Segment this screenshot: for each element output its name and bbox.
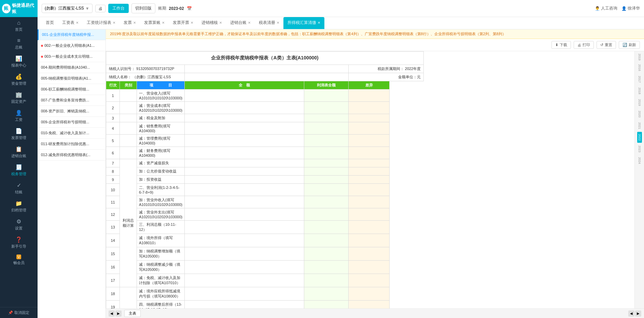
timeline-year-2021[interactable]: 2021 (637, 120, 642, 131)
timeline-year-2019[interactable]: 2019 (637, 97, 642, 108)
row-diff-12[interactable] (349, 221, 390, 234)
row-profit-16[interactable] (304, 274, 349, 287)
sidebar-item-settings[interactable]: ⚙ 设置 (0, 216, 38, 234)
row-amount-18[interactable] (185, 301, 304, 309)
row-amount-3[interactable] (185, 122, 304, 135)
row-profit-8[interactable] (304, 176, 349, 184)
row-diff-5[interactable] (349, 147, 390, 159)
row-amount-11[interactable] (185, 208, 304, 221)
tab-tax-clear-close[interactable]: ✕ (277, 21, 279, 25)
row-diff-18[interactable] (349, 301, 390, 309)
switch-version-button[interactable]: 切到旧版 (131, 3, 155, 13)
row-profit-12[interactable] (304, 221, 349, 234)
row-amount-17[interactable] (185, 287, 304, 301)
reset-button[interactable]: ↺ 重置 (597, 41, 616, 49)
print-button[interactable]: 🖨 打印 (574, 41, 594, 49)
left-item-012[interactable]: 012-减免所得税优惠明细表(... (38, 150, 106, 161)
tab-sales-ledger[interactable]: 进销台账 ✕ (226, 17, 255, 29)
tab-invoice-open[interactable]: 发票开票 ✕ (169, 17, 197, 29)
row-amount-9[interactable] (185, 184, 304, 196)
timeline-year-2017[interactable]: 2017 (637, 74, 642, 85)
left-item-005[interactable]: 005-纳税调整项目明细表(A1... (38, 73, 106, 84)
tab-salary[interactable]: 工资表 ✕ (58, 17, 83, 29)
timeline-year-2024[interactable]: 2024 (637, 155, 642, 166)
left-item-004[interactable]: 004-期间费用明细表(A1040... (38, 62, 106, 73)
download-button[interactable]: ⬇ 下载 (551, 41, 571, 49)
print-icon-btn[interactable]: 🖨 (95, 5, 106, 12)
left-item-001[interactable]: 001-企业所得税年度纳税申报... (38, 29, 106, 40)
left-item-006[interactable]: 006-职工薪酬纳税调整明细... (38, 84, 106, 95)
row-diff-0[interactable] (349, 89, 390, 102)
sidebar-item-close[interactable]: ✓ 结账 (0, 179, 38, 197)
sidebar-item-home[interactable]: ⌂ 首页 (0, 17, 38, 35)
row-amount-7[interactable] (185, 167, 304, 176)
row-profit-13[interactable] (304, 234, 349, 247)
sidebar-item-fund[interactable]: 💰 资金管理 (0, 71, 38, 89)
tab-nav-left[interactable]: ◀ (109, 310, 115, 317)
sidebar-item-asset[interactable]: 🏢 固定资产 (0, 89, 38, 107)
left-item-008[interactable]: 008-资产折旧、摊销及纳税... (38, 106, 106, 117)
sidebar-item-report[interactable]: 📊 报表中心 (0, 53, 38, 71)
sidebar-item-tax[interactable]: 🧾 税务管理 (0, 161, 38, 179)
row-profit-9[interactable] (304, 184, 349, 196)
sidebar-item-invoice[interactable]: 📄 发票管理 (0, 125, 38, 143)
scroll-left[interactable]: ◀ (628, 310, 634, 317)
row-amount-15[interactable] (185, 261, 304, 274)
timeline-year-2019-top[interactable]: 2019 (637, 53, 642, 61)
row-diff-10[interactable] (349, 196, 390, 208)
row-amount-0[interactable] (185, 89, 304, 102)
row-diff-7[interactable] (349, 167, 390, 176)
ai-consult-btn[interactable]: 👨‍💼人工咨询 (595, 5, 617, 11)
tab-home[interactable]: 首页 (42, 17, 58, 29)
row-amount-6[interactable] (185, 159, 304, 167)
sidebar-item-salary[interactable]: 👤 工资 (0, 107, 38, 125)
row-profit-1[interactable] (304, 102, 349, 114)
timeline-year-2020[interactable]: 2020 (637, 109, 642, 120)
company-selector[interactable]: (勿删）江西服宝-LSS ▼ (42, 4, 93, 13)
tab-salary-stat-close[interactable]: ✕ (113, 21, 115, 25)
sidebar-item-member[interactable]: V 畅会员 (0, 252, 38, 268)
row-amount-16[interactable] (185, 274, 304, 287)
row-diff-17[interactable] (349, 287, 390, 301)
timeline-year-2018[interactable]: 2018 (637, 85, 642, 96)
row-amount-2[interactable] (185, 114, 304, 122)
timeline-year-2023[interactable]: 2023 (637, 143, 642, 154)
tab-sales-ledger-close[interactable]: ✕ (248, 21, 251, 25)
row-profit-0[interactable] (304, 89, 349, 102)
row-diff-11[interactable] (349, 208, 390, 221)
row-amount-13[interactable] (185, 234, 304, 247)
tab-invoice-calc[interactable]: 发票算账 ✕ (140, 17, 169, 29)
row-diff-15[interactable] (349, 261, 390, 274)
row-amount-4[interactable] (185, 135, 304, 147)
row-amount-1[interactable] (185, 102, 304, 114)
tab-income-tax[interactable]: 所得税汇算清缴 ✕ (283, 17, 324, 29)
row-profit-4[interactable] (304, 135, 349, 147)
tab-sales-check-close[interactable]: ✕ (219, 21, 222, 25)
row-diff-2[interactable] (349, 114, 390, 122)
left-item-003[interactable]: 003-一般企业成本支出明细... (38, 51, 106, 62)
tab-tax-clear[interactable]: 税表清册 ✕ (255, 17, 283, 29)
row-diff-3[interactable] (349, 122, 390, 135)
refresh-button[interactable]: 🔄 刷新 (619, 41, 640, 49)
tab-sales-check[interactable]: 进销稽核 ✕ (197, 17, 226, 29)
row-diff-8[interactable] (349, 176, 390, 184)
sidebar-item-archive[interactable]: 📁 归档管理 (0, 197, 38, 216)
row-profit-5[interactable] (304, 147, 349, 159)
row-diff-9[interactable] (349, 184, 390, 196)
left-item-002[interactable]: 002-一般企业收入明细表(A1... (38, 40, 106, 51)
left-item-009[interactable]: 009-企业所得税补亏损明细... (38, 117, 106, 128)
row-profit-2[interactable] (304, 114, 349, 122)
row-profit-3[interactable] (304, 122, 349, 135)
timeline-year-2016[interactable]: 2016 (637, 62, 642, 73)
row-diff-1[interactable] (349, 102, 390, 114)
left-item-010[interactable]: 010-免税、减计收入及加计... (38, 128, 106, 139)
tab-income-tax-close[interactable]: ✕ (318, 21, 320, 25)
row-profit-15[interactable] (304, 261, 349, 274)
sidebar-item-guide[interactable]: ❓ 新手引导 (0, 234, 38, 252)
tab-invoice-open-close[interactable]: ✕ (191, 21, 193, 25)
row-diff-16[interactable] (349, 274, 390, 287)
tab-invoice-calc-close[interactable]: ✕ (162, 21, 165, 25)
row-profit-14[interactable] (304, 247, 349, 261)
row-amount-8[interactable] (185, 176, 304, 184)
sidebar-item-ledger[interactable]: ≡ 总账 (0, 35, 38, 53)
